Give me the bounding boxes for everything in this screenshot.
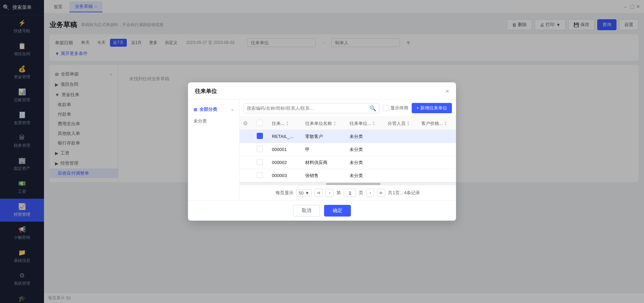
row-salesperson-3 [384, 156, 418, 169]
scrollbar-thumb[interactable] [326, 183, 380, 185]
th-config: ⚙ [240, 117, 253, 130]
modal-toolbar: 🔍 显示停用 + 新增往来单位 [240, 100, 456, 117]
modal-table-wrap: ⚙ 往来... ▲▼ 往来单位 [240, 117, 456, 182]
header-checkbox[interactable] [257, 120, 263, 126]
modal-body: ⊞ 全部分类 « 未分类 🔍 显示停用 [188, 100, 456, 200]
row-code-2: 000001 [268, 143, 302, 156]
row-check-3[interactable] [257, 159, 263, 165]
row-name-4: 张销售 [302, 169, 346, 182]
row-config-4 [240, 169, 253, 182]
modal-table: ⚙ 往来... ▲▼ 往来单位 [240, 117, 456, 182]
confirm-button[interactable]: 确定 [324, 205, 351, 217]
show-disabled-checkbox[interactable] [383, 105, 389, 111]
modal-left-panel: ⊞ 全部分类 « 未分类 [188, 100, 240, 200]
row-check-4[interactable] [257, 172, 263, 178]
modal-search-input[interactable] [247, 106, 367, 111]
row-code-1: RETAIL_... [268, 130, 302, 143]
row-category-3: 未分类 [346, 156, 384, 169]
row-price-1 [418, 130, 456, 143]
th-code: 往来... ▲▼ [268, 117, 302, 130]
row-config-2 [240, 143, 253, 156]
last-page-btn[interactable]: ⊳ [377, 189, 385, 197]
table-row[interactable]: 000002 材料供应商 未分类 [240, 156, 456, 169]
row-price-3 [418, 156, 456, 169]
sort-price-level[interactable]: 客户价格... ▲▼ [421, 120, 453, 127]
config-icon[interactable]: ⚙ [243, 120, 248, 126]
table-row[interactable]: RETAIL_... 零散客户 未分类 [240, 130, 456, 143]
sort-salesperson[interactable]: 分管人员 ▲▼ [388, 120, 414, 127]
modal-title: 往来单位 [195, 88, 217, 95]
row-salesperson-2 [384, 143, 418, 156]
page-size-select[interactable]: 50 ▼ [296, 189, 312, 197]
row-config-1 [240, 130, 253, 143]
th-salesperson: 分管人员 ▲▼ [384, 117, 418, 130]
row-category-2: 未分类 [346, 143, 384, 156]
modal-search-box[interactable]: 🔍 [244, 103, 379, 113]
row-category-4: 未分类 [346, 169, 384, 182]
row-salesperson-4 [384, 169, 418, 182]
th-category: 往来单位... ▲▼ [346, 117, 384, 130]
modal-header: 往来单位 × [188, 82, 456, 100]
sort-name[interactable]: 往来单位名称 ▲▼ [305, 120, 343, 127]
row-name-1: 零散客户 [302, 130, 346, 143]
th-checkbox [253, 117, 268, 130]
row-name-2: 甲 [302, 143, 346, 156]
row-code-3: 000002 [268, 156, 302, 169]
add-party-button[interactable]: + 新增往来单位 [412, 103, 452, 113]
search-icon-modal: 🔍 [369, 105, 376, 112]
party-modal: 往来单位 × ⊞ 全部分类 « 未分类 [188, 82, 456, 221]
table-row[interactable]: 000001 甲 未分类 [240, 143, 456, 156]
sort-arrows-price-level: ▲▼ [444, 121, 447, 126]
row-name-3: 材料供应商 [302, 156, 346, 169]
row-config-3 [240, 156, 253, 169]
row-check-1[interactable] [257, 133, 263, 139]
modal-right-panel: 🔍 显示停用 + 新增往来单位 ⚙ [240, 100, 456, 200]
table-scrollbar[interactable] [240, 182, 456, 185]
prev-page-btn[interactable]: ‹ [325, 189, 334, 197]
row-checkbox-3[interactable] [253, 156, 268, 169]
row-check-2[interactable] [257, 146, 263, 152]
row-price-4 [418, 169, 456, 182]
next-page-btn[interactable]: › [366, 189, 374, 197]
sort-code[interactable]: 往来... ▲▼ [272, 120, 298, 127]
th-price-level: 客户价格... ▲▼ [418, 117, 456, 130]
show-disabled-option[interactable]: 显示停用 [383, 105, 408, 111]
modal-overlay: 往来单位 × ⊞ 全部分类 « 未分类 [0, 0, 644, 303]
sort-arrows-category: ▲▼ [373, 121, 375, 126]
modal-footer: 取消 确定 [188, 200, 456, 221]
row-code-4: 000003 [268, 169, 302, 182]
th-name: 往来单位名称 ▲▼ [302, 117, 346, 130]
row-checkbox-2[interactable] [253, 143, 268, 156]
row-checkbox-4[interactable] [253, 169, 268, 182]
total-info: 共1页，4条记录 [388, 190, 420, 196]
page-size-arrow: ▼ [305, 190, 310, 196]
sort-arrows-code: ▲▼ [286, 121, 289, 126]
row-checkbox-1[interactable] [253, 130, 268, 143]
table-header-row: ⚙ 往来... ▲▼ 往来单位 [240, 117, 456, 130]
collapse-modal-icon: « [231, 107, 234, 112]
modal-uncategorized[interactable]: 未分类 [188, 115, 239, 127]
row-category-1: 未分类 [346, 130, 384, 143]
table-row[interactable]: 000003 张销售 未分类 [240, 169, 456, 182]
grid-icon-modal: ⊞ [193, 107, 197, 112]
row-salesperson-1 [384, 130, 418, 143]
sort-category[interactable]: 往来单位... ▲▼ [349, 120, 381, 127]
page-input[interactable] [344, 189, 356, 197]
modal-all-category[interactable]: ⊞ 全部分类 « [188, 104, 239, 115]
cancel-button[interactable]: 取消 [293, 205, 320, 217]
row-price-2 [418, 143, 456, 156]
sort-arrows-salesperson: ▲▼ [407, 121, 410, 126]
modal-pagination: 每页显示 50 ▼ ⊲ ‹ 第 页 › ⊳ 共1页，4条记录 [240, 185, 456, 200]
first-page-btn[interactable]: ⊲ [314, 189, 323, 197]
modal-close-button[interactable]: × [445, 88, 449, 95]
sort-arrows-name: ▲▼ [333, 121, 336, 126]
